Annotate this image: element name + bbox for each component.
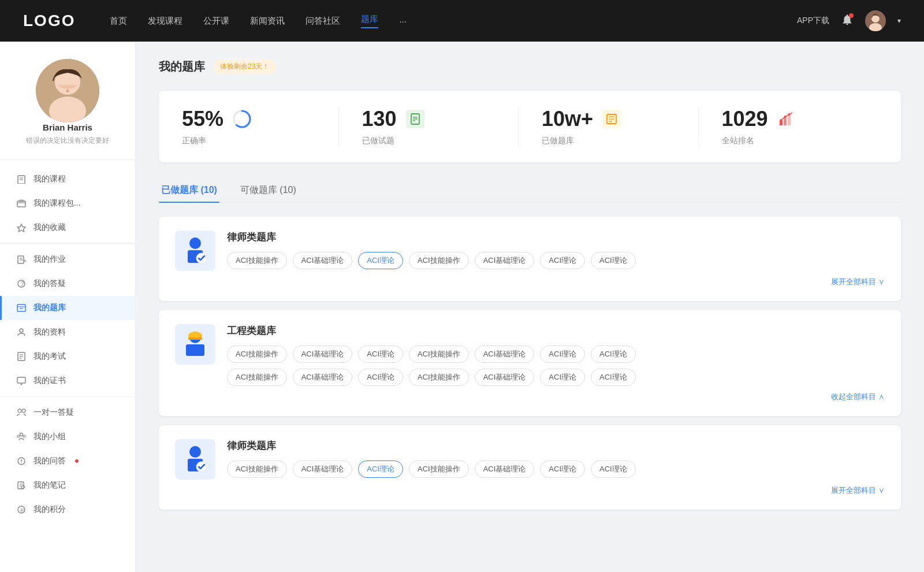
doc-icon	[405, 109, 426, 129]
tag[interactable]: ACI理论	[540, 369, 585, 386]
qbank-icon	[16, 303, 27, 313]
tag[interactable]: ACI基础理论	[293, 460, 353, 478]
qbank-tags-lawyer-2: ACI技能操作 ACI基础理论 ACI理论 ACI技能操作 ACI基础理论 AC…	[227, 460, 885, 478]
stat-ranking-value: 1029	[722, 107, 768, 131]
stat-banks-done-label: 已做题库	[542, 136, 698, 146]
sidebar-item-homework[interactable]: 我的作业	[0, 247, 135, 272]
sidebar-item-favorites[interactable]: 我的收藏	[0, 216, 135, 240]
notification-bell[interactable]	[841, 13, 854, 28]
tag[interactable]: ACI技能操作	[409, 346, 469, 363]
nav-item-open[interactable]: 公开课	[203, 16, 229, 27]
svg-rect-27	[17, 377, 25, 383]
svg-point-32	[17, 435, 20, 437]
tag[interactable]: ACI基础理论	[475, 369, 535, 386]
user-avatar[interactable]	[865, 10, 886, 31]
nav-item-discover[interactable]: 发现课程	[148, 16, 182, 27]
expand-button-lawyer-2[interactable]: 展开全部科目 ∨	[831, 485, 885, 496]
sidebar-item-points-label: 我的积分	[33, 504, 66, 515]
sidebar-item-course[interactable]: 我的课程	[0, 167, 135, 191]
tag[interactable]: ACI技能操作	[409, 252, 469, 269]
nav-item-news[interactable]: 新闻资讯	[250, 16, 285, 27]
tag[interactable]: ACI技能操作	[409, 369, 469, 386]
app-download-button[interactable]: APP下载	[797, 16, 829, 26]
svg-point-30	[22, 409, 25, 413]
sidebar-item-package[interactable]: 我的课程包...	[0, 191, 135, 216]
qbank-name-engineer: 工程类题库	[227, 324, 885, 337]
question-icon: ?	[16, 278, 27, 289]
list-icon	[601, 109, 622, 129]
qa-icon	[16, 456, 27, 466]
svg-point-22	[20, 329, 23, 332]
tabs-container: 已做题库 (10) 可做题库 (10)	[159, 179, 901, 203]
homework-icon	[16, 254, 27, 265]
svg-point-58	[189, 237, 201, 249]
tag-selected[interactable]: ACI理论	[358, 460, 403, 478]
qbank-tags-engineer-row2: ACI技能操作 ACI基础理论 ACI理论 ACI技能操作 ACI基础理论 AC…	[227, 369, 885, 386]
qbank-card-lawyer-2: 律师类题库 ACI技能操作 ACI基础理论 ACI理论 ACI技能操作 ACI基…	[159, 425, 901, 510]
expand-button-lawyer-1[interactable]: 展开全部科目 ∨	[831, 277, 885, 287]
sidebar-username: Brian Harris	[43, 122, 92, 132]
notification-dot	[849, 13, 854, 18]
tag[interactable]: ACI理论	[540, 252, 585, 269]
sidebar-item-answering[interactable]: ? 我的答疑	[0, 272, 135, 296]
nav-right: APP下载 ▾	[797, 10, 901, 31]
sidebar-item-myqa-label: 我的问答	[33, 456, 66, 466]
sidebar-item-homework-label: 我的作业	[33, 254, 66, 265]
oneone-icon	[16, 407, 27, 418]
qbank-info-lawyer-1: 律师类题库 ACI技能操作 ACI基础理论 ACI理论 ACI技能操作 ACI基…	[227, 231, 885, 269]
tag[interactable]: ACI理论	[540, 346, 585, 363]
tab-done[interactable]: 已做题库 (10)	[159, 179, 219, 202]
tag[interactable]: ACI基础理论	[475, 252, 535, 269]
tag[interactable]: ACI理论	[591, 460, 636, 478]
tag[interactable]: ACI基础理论	[293, 346, 353, 363]
tab-available[interactable]: 可做题库 (10)	[238, 179, 299, 202]
nav-item-qa[interactable]: 问答社区	[305, 16, 340, 27]
sidebar-item-oneone[interactable]: 一对一答疑	[0, 400, 135, 425]
tag[interactable]: ACI基础理论	[293, 252, 353, 269]
expand-button-engineer[interactable]: 收起全部科目 ∧	[831, 392, 885, 402]
page-header: 我的题库 体验剩余23天！	[159, 59, 901, 75]
svg-point-31	[20, 433, 23, 436]
sidebar-item-qbank-label: 我的题库	[33, 303, 66, 313]
sidebar-item-note[interactable]: 我的笔记	[0, 473, 135, 497]
tag[interactable]: ACI技能操作	[227, 252, 287, 269]
user-menu-chevron[interactable]: ▾	[897, 17, 901, 25]
qbank-card-engineer: 工程类题库 ACI技能操作 ACI基础理论 ACI理论 ACI技能操作 ACI基…	[159, 310, 901, 416]
tag[interactable]: ACI理论	[591, 369, 636, 386]
navbar: LOGO 首页 发现课程 公开课 新闻资讯 问答社区 题库 ··· APP下载 …	[0, 0, 924, 42]
cert-icon	[16, 376, 27, 386]
qbank-name-lawyer-2: 律师类题库	[227, 439, 885, 452]
sidebar-item-group[interactable]: 我的小组	[0, 425, 135, 449]
nav-item-qbank[interactable]: 题库	[361, 14, 378, 28]
tag[interactable]: ACI理论	[358, 369, 403, 386]
tag[interactable]: ACI技能操作	[409, 460, 469, 478]
tag[interactable]: ACI基础理论	[293, 369, 353, 386]
sidebar-item-points[interactable]: 积 我的积分	[0, 497, 135, 522]
sidebar-item-favorites-label: 我的收藏	[33, 222, 66, 233]
nav-item-more[interactable]: ···	[399, 16, 407, 26]
tag[interactable]: ACI技能操作	[227, 460, 287, 478]
qbank-card-lawyer-1: 律师类题库 ACI技能操作 ACI基础理论 ACI理论 ACI技能操作 ACI基…	[159, 217, 901, 301]
tag[interactable]: ACI理论	[591, 252, 636, 269]
tag[interactable]: ACI基础理论	[475, 346, 535, 363]
sidebar-item-myqa[interactable]: 我的问答	[0, 449, 135, 473]
stat-banks-done-value: 10w+	[542, 107, 593, 131]
tag[interactable]: ACI理论	[540, 460, 585, 478]
sidebar-item-profile-label: 我的资料	[33, 327, 66, 337]
sidebar-item-cert[interactable]: 我的证书	[0, 369, 135, 393]
points-icon: 积	[16, 504, 27, 515]
tag[interactable]: ACI理论	[358, 346, 403, 363]
avatar	[36, 59, 99, 122]
stat-questions-done-label: 已做试题	[362, 136, 519, 146]
tag[interactable]: ACI技能操作	[227, 346, 287, 363]
tag[interactable]: ACI基础理论	[475, 460, 535, 478]
page-title: 我的题库	[159, 59, 205, 75]
sidebar-item-profile[interactable]: 我的资料	[0, 320, 135, 344]
tag[interactable]: ACI理论	[591, 346, 636, 363]
sidebar-item-qbank[interactable]: 我的题库	[0, 296, 135, 320]
sidebar-item-exam[interactable]: 我的考试	[0, 344, 135, 369]
nav-item-home[interactable]: 首页	[110, 16, 127, 27]
tag[interactable]: ACI技能操作	[227, 369, 287, 386]
qbank-info-lawyer-2: 律师类题库 ACI技能操作 ACI基础理论 ACI理论 ACI技能操作 ACI基…	[227, 439, 885, 478]
tag-selected[interactable]: ACI理论	[358, 252, 403, 269]
